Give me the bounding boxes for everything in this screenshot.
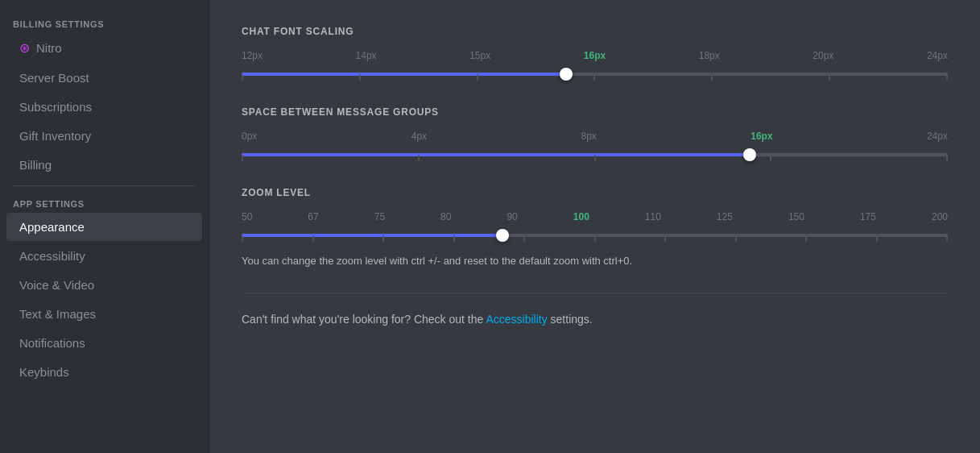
tick [593, 74, 595, 81]
zoom-level-thumb[interactable] [496, 229, 509, 242]
label-150: 150 [788, 211, 804, 222]
sidebar-item-nitro[interactable]: ⊛ Nitro [6, 33, 202, 63]
chat-font-scaling-title: CHAT FONT SCALING [242, 26, 948, 37]
chat-font-scaling-slider[interactable] [242, 64, 948, 84]
zoom-level-labels: 50 67 75 80 90 100 110 125 150 175 200 [242, 211, 948, 222]
space-between-section: SPACE BETWEEN MESSAGE GROUPS 0px 4px 8px… [242, 106, 948, 164]
sidebar: BILLING SETTINGS ⊛ Nitro Server Boost Su… [0, 0, 209, 453]
tick-marks-zoom [242, 237, 948, 240]
zoom-level-title: ZOOM LEVEL [242, 187, 948, 198]
tick [735, 235, 737, 242]
sidebar-item-subscriptions-label: Subscriptions [19, 100, 92, 114]
space-between-track [242, 153, 948, 156]
label-175: 175 [860, 211, 876, 222]
tick [664, 235, 666, 242]
tick [946, 74, 948, 81]
tick [711, 74, 713, 81]
space-between-labels: 0px 4px 8px 16px 24px [242, 131, 948, 142]
chat-font-scaling-track [242, 73, 948, 76]
label-14px: 14px [356, 50, 377, 61]
app-settings-label: APP SETTINGS [0, 193, 209, 212]
tick [829, 74, 830, 81]
zoom-level-fill [242, 234, 502, 237]
label-75: 75 [374, 211, 385, 222]
label-90: 90 [507, 211, 517, 222]
label-100: 100 [573, 211, 589, 222]
tick [946, 235, 948, 242]
tick [523, 235, 525, 242]
label-125: 125 [717, 211, 733, 222]
label-18px: 18px [699, 50, 720, 61]
cant-find-before: Can't find what you're looking for? Chec… [242, 313, 486, 326]
chat-font-scaling-section: CHAT FONT SCALING 12px 14px 15px 16px 18… [242, 26, 948, 84]
label-15px: 15px [469, 50, 490, 61]
chat-font-scaling-thumb[interactable] [560, 68, 573, 81]
space-between-thumb[interactable] [743, 148, 756, 161]
sidebar-item-billing-label: Billing [19, 158, 52, 172]
sidebar-item-keybinds[interactable]: Keybinds [6, 358, 202, 386]
sidebar-item-nitro-label: Nitro [36, 41, 62, 55]
cant-find-after: settings. [548, 313, 593, 326]
sidebar-item-gift-inventory[interactable]: Gift Inventory [6, 122, 202, 150]
content-divider [242, 293, 948, 293]
label-50: 50 [242, 211, 252, 222]
zoom-hint: You can change the zoom level with ctrl … [242, 255, 948, 267]
sidebar-item-keybinds-label: Keybinds [19, 365, 69, 379]
zoom-level-slider[interactable] [242, 226, 948, 245]
label-24px: 24px [927, 50, 948, 61]
tick-marks [242, 76, 948, 79]
sidebar-item-server-boost-label: Server Boost [19, 71, 89, 85]
sidebar-item-voice-video[interactable]: Voice & Video [6, 271, 202, 299]
main-content: CHAT FONT SCALING 12px 14px 15px 16px 18… [209, 0, 980, 453]
label-110: 110 [645, 211, 661, 222]
label-20px: 20px [813, 50, 833, 61]
sidebar-divider [13, 185, 196, 186]
sidebar-item-billing[interactable]: Billing [6, 151, 202, 179]
label-80: 80 [440, 211, 451, 222]
sidebar-item-accessibility[interactable]: Accessibility [6, 242, 202, 270]
sidebar-item-text-images-label: Text & Images [19, 307, 96, 321]
tick [876, 235, 878, 242]
billing-settings-label: BILLING SETTINGS [0, 13, 209, 32]
label-0px: 0px [242, 131, 257, 142]
sidebar-item-voice-video-label: Voice & Video [19, 278, 94, 292]
label-16px: 16px [584, 50, 606, 61]
label-67: 67 [308, 211, 318, 222]
chat-font-scaling-labels: 12px 14px 15px 16px 18px 20px 24px [242, 50, 948, 61]
label-24px-space: 24px [927, 131, 948, 142]
space-between-title: SPACE BETWEEN MESSAGE GROUPS [242, 106, 948, 118]
label-12px: 12px [242, 50, 263, 61]
accessibility-link[interactable]: Accessibility [486, 313, 547, 326]
label-8px: 8px [581, 131, 596, 142]
tick [770, 155, 771, 161]
nitro-icon: ⊛ [19, 40, 30, 56]
tick [805, 235, 807, 242]
label-200: 200 [932, 211, 948, 222]
sidebar-item-accessibility-label: Accessibility [19, 249, 85, 263]
sidebar-item-text-images[interactable]: Text & Images [6, 300, 202, 328]
cant-find-text: Can't find what you're looking for? Chec… [242, 313, 948, 326]
sidebar-item-notifications-label: Notifications [19, 336, 85, 350]
tick [946, 155, 948, 161]
label-16px-space: 16px [751, 131, 772, 142]
chat-font-scaling-fill [242, 73, 566, 76]
zoom-level-track [242, 234, 948, 237]
sidebar-item-notifications[interactable]: Notifications [6, 329, 202, 357]
sidebar-item-appearance-label: Appearance [19, 220, 85, 234]
sidebar-item-subscriptions[interactable]: Subscriptions [6, 93, 202, 121]
label-4px: 4px [411, 131, 427, 142]
tick-marks-space [242, 156, 948, 160]
space-between-slider[interactable] [242, 145, 948, 164]
sidebar-item-appearance[interactable]: Appearance [6, 213, 202, 241]
sidebar-item-gift-inventory-label: Gift Inventory [19, 129, 91, 143]
tick [594, 235, 596, 242]
sidebar-item-server-boost[interactable]: Server Boost [6, 64, 202, 92]
zoom-level-section: ZOOM LEVEL 50 67 75 80 90 100 110 125 15… [242, 187, 948, 267]
space-between-fill [242, 153, 750, 156]
